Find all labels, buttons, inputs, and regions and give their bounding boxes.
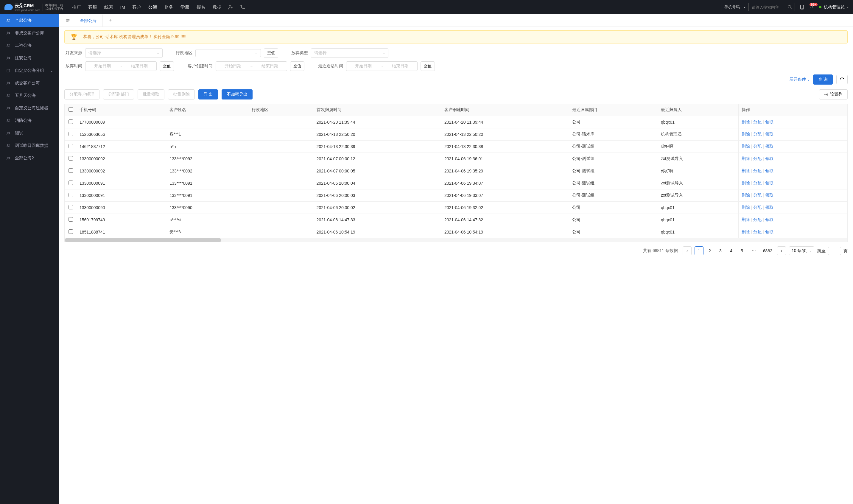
row-checkbox[interactable] <box>69 205 73 210</box>
row-claim-link[interactable]: 领取 <box>765 205 774 210</box>
sidebar-item[interactable]: 自定义公海过滤器 <box>0 102 59 114</box>
row-checkbox[interactable] <box>69 144 73 148</box>
row-checkbox[interactable] <box>69 120 73 124</box>
row-checkbox[interactable] <box>69 132 73 136</box>
call-time-range[interactable]: 开始日期~结束日期 <box>346 61 418 71</box>
tab-add-button[interactable]: + <box>103 17 118 23</box>
expand-filters-button[interactable]: 展开条件 ⌄ <box>789 77 810 82</box>
nav-item[interactable]: 客户 <box>132 4 141 10</box>
search-icon[interactable] <box>787 5 792 10</box>
nav-item[interactable]: 推广 <box>72 4 81 10</box>
set-columns-button[interactable]: 设置列 <box>819 89 848 100</box>
row-checkbox[interactable] <box>69 217 73 222</box>
row-delete-link[interactable]: 删除 <box>742 168 750 173</box>
filter-source-select[interactable]: 请选择 ⌄ <box>85 48 163 58</box>
row-claim-link[interactable]: 领取 <box>765 156 774 161</box>
row-delete-link[interactable]: 删除 <box>742 120 750 124</box>
row-claim-link[interactable]: 领取 <box>765 181 774 185</box>
search-type-select[interactable]: 手机号码 ▾ <box>721 3 749 11</box>
row-checkbox[interactable] <box>69 168 73 173</box>
page-number[interactable]: 2 <box>705 246 714 255</box>
row-delete-link[interactable]: 删除 <box>742 193 750 197</box>
horizontal-scrollbar[interactable] <box>65 238 847 242</box>
row-claim-link[interactable]: 领取 <box>765 217 774 222</box>
select-all-checkbox[interactable] <box>69 107 73 112</box>
call-time-null-button[interactable]: 空值 <box>420 61 435 71</box>
row-claim-link[interactable]: 领取 <box>765 193 774 197</box>
sidebar-item[interactable]: 注安公海 <box>0 52 59 64</box>
page-ellipsis[interactable]: ⋯ <box>749 246 758 255</box>
tab-all-sea[interactable]: 全部公海 <box>74 14 103 27</box>
row-delete-link[interactable]: 删除 <box>742 217 750 222</box>
reset-button[interactable] <box>836 75 848 84</box>
row-assign-link[interactable]: 分配 <box>753 181 762 185</box>
row-assign-link[interactable]: 分配 <box>753 120 762 124</box>
page-number[interactable]: 4 <box>727 246 736 255</box>
row-delete-link[interactable]: 删除 <box>742 205 750 210</box>
row-assign-link[interactable]: 分配 <box>753 168 762 173</box>
row-claim-link[interactable]: 领取 <box>765 168 774 173</box>
page-number[interactable]: 5 <box>738 246 746 255</box>
abandon-time-range[interactable]: 开始日期~结束日期 <box>85 61 157 71</box>
query-button[interactable]: 查 询 <box>813 74 833 85</box>
create-time-range[interactable]: 开始日期~结束日期 <box>216 61 287 71</box>
nav-item[interactable]: 公海 <box>148 4 157 10</box>
bell-icon[interactable]: 99+ <box>809 4 815 10</box>
sidebar-item[interactable]: 测试 <box>0 127 59 139</box>
filter-abandon-type-select[interactable]: 请选择 ⌄ <box>311 48 388 58</box>
page-number[interactable]: 1 <box>694 246 704 255</box>
nav-item[interactable]: 数据 <box>213 4 222 10</box>
row-claim-link[interactable]: 领取 <box>765 132 774 137</box>
row-checkbox[interactable] <box>69 193 73 197</box>
row-delete-link[interactable]: 删除 <box>742 181 750 185</box>
nav-item[interactable]: 线索 <box>104 4 113 10</box>
row-checkbox[interactable] <box>69 229 73 234</box>
sidebar-item[interactable]: 全部公海 <box>0 14 59 27</box>
phone-icon[interactable] <box>239 4 246 10</box>
batch-claim-button[interactable]: 批量领取 <box>138 89 164 100</box>
row-delete-link[interactable]: 删除 <box>742 144 750 149</box>
page-last[interactable]: 6882 <box>761 246 774 255</box>
page-number[interactable]: 3 <box>716 246 725 255</box>
tablet-icon[interactable] <box>799 4 805 10</box>
page-size-select[interactable]: 10 条/页 ⌄ <box>789 246 814 255</box>
row-assign-link[interactable]: 分配 <box>753 144 762 149</box>
nav-item[interactable]: 学服 <box>181 4 189 10</box>
row-delete-link[interactable]: 删除 <box>742 132 750 137</box>
row-claim-link[interactable]: 领取 <box>765 144 774 149</box>
region-null-button[interactable]: 空值 <box>264 48 278 58</box>
page-prev-button[interactable]: ‹ <box>683 246 692 255</box>
page-jump-input[interactable] <box>828 247 841 255</box>
scrollbar-thumb[interactable] <box>65 238 221 242</box>
nav-item[interactable]: 报名 <box>197 4 205 10</box>
row-assign-link[interactable]: 分配 <box>753 229 762 234</box>
row-checkbox[interactable] <box>69 181 73 185</box>
sidebar-item[interactable]: 二咨公海 <box>0 39 59 52</box>
sidebar-item[interactable]: 成交客户公海 <box>0 77 59 89</box>
sidebar-item[interactable]: 消防公海 <box>0 114 59 127</box>
sidebar-item[interactable]: 测试昨日回库数据 <box>0 139 59 152</box>
row-assign-link[interactable]: 分配 <box>753 205 762 210</box>
row-delete-link[interactable]: 删除 <box>742 156 750 161</box>
export-plain-button[interactable]: 不加密导出 <box>222 89 253 100</box>
create-time-null-button[interactable]: 空值 <box>290 61 304 71</box>
abandon-time-null-button[interactable]: 空值 <box>160 61 174 71</box>
batch-delete-button[interactable]: 批量删除 <box>168 89 195 100</box>
nav-item[interactable]: 客服 <box>88 4 97 10</box>
sidebar-item[interactable]: 五月天公海 <box>0 89 59 102</box>
assign-manager-button[interactable]: 分配客户经理 <box>64 89 99 100</box>
export-button[interactable]: 导 出 <box>198 89 218 100</box>
user-menu[interactable]: 机构管理员 ▾ <box>819 4 849 10</box>
row-delete-link[interactable]: 删除 <box>742 229 750 234</box>
page-next-button[interactable]: › <box>777 246 786 255</box>
search-input[interactable] <box>749 4 787 11</box>
row-checkbox[interactable] <box>69 156 73 161</box>
assign-dept-button[interactable]: 分配到部门 <box>103 89 134 100</box>
row-assign-link[interactable]: 分配 <box>753 217 762 222</box>
add-user-icon[interactable] <box>228 4 234 10</box>
sidebar-item[interactable]: 非成交客户公海 <box>0 27 59 39</box>
row-assign-link[interactable]: 分配 <box>753 132 762 137</box>
tab-list-icon[interactable] <box>62 18 74 23</box>
row-claim-link[interactable]: 领取 <box>765 120 774 124</box>
nav-item[interactable]: 财务 <box>164 4 173 10</box>
